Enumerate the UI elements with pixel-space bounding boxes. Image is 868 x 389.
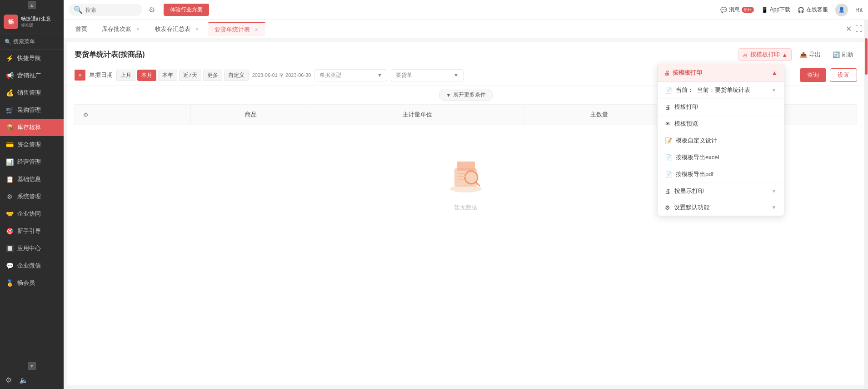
print-current-template-item[interactable]: 📄 当前： 当前：要货单统计表 ▼ [658, 82, 784, 99]
sidebar-item-wechat[interactable]: 💬 企业微信 [0, 257, 64, 274]
user-avatar[interactable]: 👤 [835, 4, 848, 16]
date-btn-prev-month[interactable]: 上月 [116, 70, 135, 81]
page-actions: 🖨 按模板打印 ▲ 📤 导出 🔄 刷新 [738, 48, 857, 61]
tab-receipts-summary-close[interactable]: × [194, 26, 200, 32]
tabs-close-icon[interactable]: ✕ [846, 25, 852, 33]
member-icon: 🏅 [5, 279, 14, 287]
tabs-right-actions: ✕ ⛶ [846, 25, 863, 33]
avatar-icon: 👤 [838, 7, 845, 13]
display-print-item[interactable]: 🖨 按显示打印 ▼ [658, 183, 784, 199]
doc-type-select[interactable]: 单据类型 ▼ [314, 69, 387, 81]
sound-icon[interactable]: 🔈 [19, 376, 28, 384]
sidebar-item-inventory[interactable]: 📦 库存核算 [0, 119, 64, 136]
topbar-gear-icon[interactable]: ⚙ [145, 4, 158, 16]
query-button[interactable]: 查询 [800, 68, 826, 82]
sidebar-bottom: ⚙ 🔈 [0, 371, 64, 389]
sidebar-search[interactable]: 🔍 搜索菜单 [0, 34, 64, 50]
template-preview-item[interactable]: 👁 模板预览 [658, 116, 784, 132]
table-col-settings[interactable]: ⚙ [75, 105, 191, 125]
settings-button[interactable]: 设置 [830, 68, 857, 82]
topbar-search-box[interactable]: 🔍 [69, 4, 142, 16]
sidebar-item-system[interactable]: ⚙ 系统管理 [0, 188, 64, 205]
date-range-display: 2023-06-01 至 2023-06-30 [252, 72, 311, 79]
tab-inventory-batch-close[interactable]: × [135, 26, 140, 32]
template-export-pdf-item[interactable]: 📄 按模板导出pdf [658, 166, 784, 183]
requisition-label: 要货单 [396, 71, 412, 79]
table-settings-icon[interactable]: ⚙ [80, 109, 91, 120]
sidebar-scroll-down[interactable]: ▼ [28, 362, 36, 370]
sidebar-item-collab[interactable]: 🤝 企业协同 [0, 205, 64, 222]
sidebar-item-guide[interactable]: 🎯 新手引导 [0, 222, 64, 240]
sidebar-nav: ⚡ 快捷导航 📢 营销推广 💰 销售管理 🛒 采购管理 📦 库存核算 💳 资金管… [0, 50, 64, 361]
export-button[interactable]: 📤 导出 [796, 49, 824, 61]
date-btn-current-month[interactable]: 本月 [137, 70, 156, 81]
tab-receipts-summary[interactable]: 收发存汇总表 × [149, 22, 206, 36]
sidebar-item-sales[interactable]: 💰 销售管理 [0, 84, 64, 101]
sidebar-item-label: 企业协同 [17, 210, 41, 218]
sidebar-item-member[interactable]: 🏅 畅会员 [0, 274, 64, 292]
sidebar-scroll-up[interactable]: ▲ [28, 1, 36, 9]
sidebar-item-finance[interactable]: 💳 资金管理 [0, 136, 64, 153]
template-export-pdf-item-left: 📄 按模板导出pdf [665, 170, 713, 178]
print-by-template-button[interactable]: 🖨 按模板打印 ▲ [738, 48, 792, 61]
search-icon: 🔍 [5, 39, 11, 45]
app-version: 标准版 [21, 22, 51, 28]
sidebar-item-purchase[interactable]: 🛒 采购管理 [0, 101, 64, 119]
sidebar-item-marketing[interactable]: 📢 营销推广 [0, 67, 64, 84]
template-custom-item-left: 📝 模板自定义设计 [665, 136, 717, 145]
display-print-arrow: ▼ [771, 188, 777, 194]
tab-requisition-stats[interactable]: 要货单统计表 × [208, 22, 265, 36]
date-btn-more[interactable]: 更多 [203, 70, 222, 81]
date-btn-custom[interactable]: 自定义 [224, 70, 249, 81]
app-download-label: App下载 [770, 6, 790, 14]
scrollbar-thumb[interactable] [865, 38, 868, 75]
chevron-up-icon: ▲ [782, 51, 788, 58]
template-print-item-left: 🖨 模板打印 [665, 103, 698, 111]
date-btn-current-year[interactable]: 本年 [158, 70, 177, 81]
settings-bottom-icon[interactable]: ⚙ [5, 376, 12, 384]
sidebar-item-label: 库存核算 [17, 123, 41, 131]
template-print-label: 模板打印 [674, 103, 698, 111]
print-dropdown-panel: 🖨 按模板打印 ▲ 📄 当前： 当前：要货单统计表 ▼ [657, 64, 784, 216]
sales-icon: 💰 [5, 89, 14, 97]
app-download-button[interactable]: 📱 App下载 [761, 6, 790, 14]
sidebar-item-label: 系统管理 [17, 192, 41, 201]
customer-service-button[interactable]: 🎧 在线客服 [798, 6, 828, 14]
date-btn-last-7days[interactable]: 近7天 [179, 70, 201, 81]
tabs-expand-icon[interactable]: ⛶ [855, 25, 863, 33]
template-export-excel-item[interactable]: 📄 按模板导出excel [658, 149, 784, 166]
filter-actions: 查询 设置 [800, 68, 857, 82]
sidebar-item-label: 销售管理 [17, 89, 41, 97]
sidebar-item-operation[interactable]: 📊 经营管理 [0, 153, 64, 171]
message-button[interactable]: 💬 消息 99+ [720, 6, 754, 14]
template-custom-item[interactable]: 📝 模板自定义设计 [658, 132, 784, 149]
sidebar-item-label: 快捷导航 [17, 54, 41, 62]
message-badge: 99+ [742, 7, 754, 13]
tab-requisition-stats-close[interactable]: × [254, 26, 259, 33]
inventory-icon: 📦 [5, 123, 14, 131]
set-default-label: 设置默认功能 [674, 203, 709, 212]
topbar-search-input[interactable] [85, 7, 131, 13]
current-template-label: 当前： [676, 86, 693, 94]
tab-inventory-batch[interactable]: 库存批次账 × [95, 22, 147, 36]
topbar-search-icon: 🔍 [74, 5, 83, 14]
set-default-item[interactable]: ⚙ 设置默认功能 ▼ [658, 199, 784, 216]
requisition-select[interactable]: 要货单 ▼ [391, 69, 464, 81]
filter-expand-button[interactable]: » [75, 70, 85, 81]
sidebar-item-apps[interactable]: 🔲 应用中心 [0, 240, 64, 257]
template-print-item[interactable]: 🖨 模板打印 [658, 99, 784, 116]
tab-home[interactable]: 首页 [69, 22, 94, 36]
trial-industry-button[interactable]: 体验行业方案 [164, 4, 209, 16]
sidebar-item-label: 新手引导 [17, 227, 41, 235]
refresh-button[interactable]: 🔄 刷新 [829, 49, 857, 61]
tab-requisition-stats-label: 要货单统计表 [215, 25, 250, 34]
print-dropdown-close-button[interactable]: ▲ [771, 69, 778, 76]
tab-home-label: 首页 [75, 25, 87, 33]
right-scrollbar[interactable] [864, 20, 868, 389]
sidebar-item-quick-nav[interactable]: ⚡ 快捷导航 [0, 50, 64, 67]
print-dropdown-title-area: 🖨 按模板打印 [664, 69, 702, 77]
page-inner-card: 要货单统计表(按商品) 🖨 按模板打印 ▲ 📤 导出 🔄 刷新 [67, 42, 864, 385]
sidebar-item-basic[interactable]: 📋 基础信息 [0, 171, 64, 188]
main-content: 🔍 ⚙ 体验行业方案 💬 消息 99+ 📱 App下载 🎧 在线客服 👤 Ri [64, 0, 868, 389]
expand-more-button[interactable]: ▼ 展开更多条件 [439, 89, 493, 101]
